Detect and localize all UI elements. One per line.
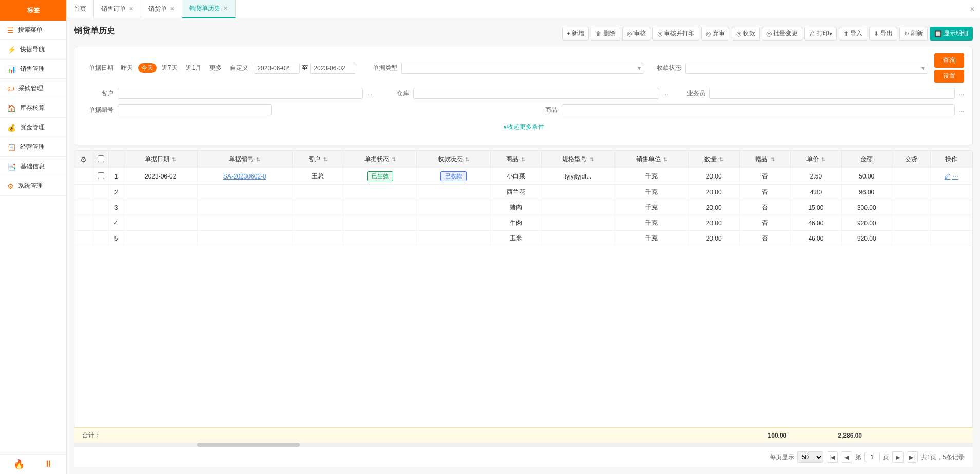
doc-num-column[interactable]: 单据编号 ⇅ — [197, 151, 292, 168]
customer-dots[interactable]: ... — [367, 90, 372, 97]
prev-page-btn[interactable]: ◀ — [841, 451, 852, 463]
tab-home[interactable]: 首页 — [67, 0, 94, 18]
checkbox-column[interactable] — [93, 151, 108, 168]
abandon-button[interactable]: ◎ 弃审 — [701, 27, 729, 41]
date-to-input[interactable] — [310, 63, 356, 74]
customer-label: 客户 — [83, 89, 113, 98]
import-button[interactable]: ⬆ 导入 — [839, 27, 867, 41]
doc-num-link[interactable]: SA-20230602-0 — [223, 173, 266, 180]
checkbox-cell[interactable] — [93, 231, 108, 246]
first-page-btn[interactable]: |◀ — [827, 451, 838, 463]
doc-num-input[interactable] — [118, 104, 272, 115]
page-input[interactable] — [864, 452, 880, 462]
spec-cell — [541, 185, 614, 200]
goods-dots[interactable]: ... — [959, 106, 964, 113]
goods-filter-value: ... — [562, 104, 965, 115]
1month-shortcut[interactable]: 近1月 — [183, 63, 205, 73]
show-detail-button[interactable]: 🔲 显示明细 — [930, 27, 973, 41]
customer-input[interactable] — [118, 88, 363, 99]
7days-shortcut[interactable]: 近7天 — [159, 63, 181, 73]
review-icon: ◎ — [627, 30, 632, 37]
spec-column[interactable]: 规格型号 ⇅ — [541, 151, 614, 168]
custom-shortcut[interactable]: 自定义 — [227, 63, 252, 73]
collect-button[interactable]: ◎ 收款 — [732, 27, 760, 41]
warehouse-dots[interactable]: ... — [663, 90, 668, 97]
tab-close-sales-goods[interactable]: ✕ — [170, 6, 175, 12]
staff-dots[interactable]: ... — [959, 90, 964, 97]
gear-icon[interactable]: ⚙ — [80, 155, 87, 164]
price-column[interactable]: 单价 ⇅ — [791, 151, 841, 168]
last-page-btn[interactable]: ▶| — [907, 451, 918, 463]
query-button[interactable]: 查询 — [934, 53, 964, 68]
payment-status-arrow: ▾ — [921, 65, 925, 72]
settings-button[interactable]: 设置 — [934, 70, 964, 83]
scrollbar-thumb[interactable] — [197, 443, 300, 447]
goods-column[interactable]: 商品 ⇅ — [490, 151, 541, 168]
checkbox-cell[interactable] — [93, 215, 108, 231]
sidebar-item-label: 销售管理 — [20, 65, 45, 73]
per-page-select[interactable]: 50 100 200 — [797, 451, 823, 463]
sidebar-item-inventory[interactable]: 🏠 库存核算 — [0, 98, 66, 118]
goods-input[interactable] — [562, 104, 955, 115]
next-page-btn[interactable]: ▶ — [892, 451, 904, 463]
staff-input[interactable] — [709, 88, 955, 99]
checkbox-cell[interactable] — [93, 185, 108, 200]
refresh-button[interactable]: ↻ 刷新 — [899, 27, 928, 41]
tab-sales-order[interactable]: 销售订单 ✕ — [94, 0, 141, 18]
doc-type-select[interactable]: ▾ — [401, 63, 644, 74]
new-button[interactable]: + 新增 — [562, 27, 589, 41]
customer-column[interactable]: 客户 ⇅ — [292, 151, 343, 168]
more-action[interactable]: ⋯ — [952, 173, 958, 180]
tab-sales-goods[interactable]: 销货单 ✕ — [141, 0, 182, 18]
review-print-button[interactable]: ◎ 审核并打印 — [652, 27, 699, 41]
doc-num-cell[interactable]: SA-20230602-0 — [197, 168, 292, 185]
tab-close-sales-order[interactable]: ✕ — [129, 6, 133, 12]
qty-column[interactable]: 数量 ⇅ — [688, 151, 739, 168]
date-from-input[interactable] — [254, 63, 300, 74]
action-cell[interactable]: 🖊 ⋯ — [930, 168, 972, 185]
export-button[interactable]: ⬇ 导出 — [869, 27, 897, 41]
more-shortcut[interactable]: 更多 — [206, 63, 225, 73]
print-button[interactable]: 🖨 打印 ▾ — [804, 27, 837, 41]
gear-column[interactable]: ⚙ — [74, 151, 93, 168]
sidebar-item-operations[interactable]: 📋 经营管理 — [0, 137, 66, 157]
collapse-button[interactable]: ∧ 收起更多条件 — [501, 121, 546, 133]
warehouse-input[interactable] — [413, 88, 659, 99]
quick-nav-icon: ⚡ — [7, 46, 16, 54]
fire-icon[interactable]: 🔥 — [13, 459, 25, 470]
sidebar-item-basic-info[interactable]: 📑 基础信息 — [0, 157, 66, 176]
delete-button[interactable]: 🗑 删除 — [591, 27, 620, 41]
pause-icon[interactable]: ⏸ — [44, 459, 53, 470]
checkbox-cell[interactable] — [93, 200, 108, 215]
today-shortcut[interactable]: 今天 — [138, 63, 157, 73]
payment-status-select[interactable]: ▾ — [685, 63, 928, 74]
tab-close-sales-history[interactable]: ✕ — [223, 5, 228, 12]
checkbox-cell[interactable] — [93, 168, 108, 185]
gear-cell — [74, 185, 93, 200]
goods-cell: 玉米 — [490, 231, 541, 246]
batch-change-button[interactable]: ◎ 批量变更 — [762, 27, 802, 41]
doc-status-column[interactable]: 单据状态 ⇅ — [343, 151, 417, 168]
detail-icon: 🔲 — [934, 30, 942, 37]
tab-sales-history[interactable]: 销货单历史 ✕ — [182, 0, 236, 18]
sidebar-item-search-menu[interactable]: ☰ 搜索菜单 — [0, 21, 66, 40]
sidebar-item-purchase-mgmt[interactable]: 🏷 采购管理 — [0, 79, 66, 98]
price-cell: 4.80 — [791, 185, 841, 200]
row-checkbox[interactable] — [98, 172, 104, 179]
edit-action[interactable]: 🖊 — [944, 173, 950, 180]
pay-status-column[interactable]: 收款状态 ⇅ — [417, 151, 490, 168]
horizontal-scrollbar[interactable] — [74, 443, 973, 447]
unit-column[interactable]: 销售单位 ⇅ — [615, 151, 688, 168]
sidebar-item-system-mgmt[interactable]: ⚙ 系统管理 — [0, 176, 66, 196]
sidebar-item-quick-nav[interactable]: ⚡ 快捷导航 — [0, 40, 66, 60]
sidebar-item-finance[interactable]: 💰 资金管理 — [0, 118, 66, 137]
review-button[interactable]: ◎ 审核 — [622, 27, 650, 41]
gift-column[interactable]: 赠品 ⇅ — [739, 151, 790, 168]
close-window-btn[interactable]: ✕ — [965, 6, 980, 13]
doc-num-filter-group: 单据编号 — [83, 104, 521, 115]
select-all-checkbox[interactable] — [98, 155, 104, 162]
yesterday-shortcut[interactable]: 昨天 — [118, 63, 136, 73]
sidebar-item-sales-mgmt[interactable]: 📊 销售管理 — [0, 60, 66, 79]
date-column[interactable]: 单据日期 ⇅ — [124, 151, 197, 168]
purchase-mgmt-icon: 🏷 — [7, 85, 14, 93]
